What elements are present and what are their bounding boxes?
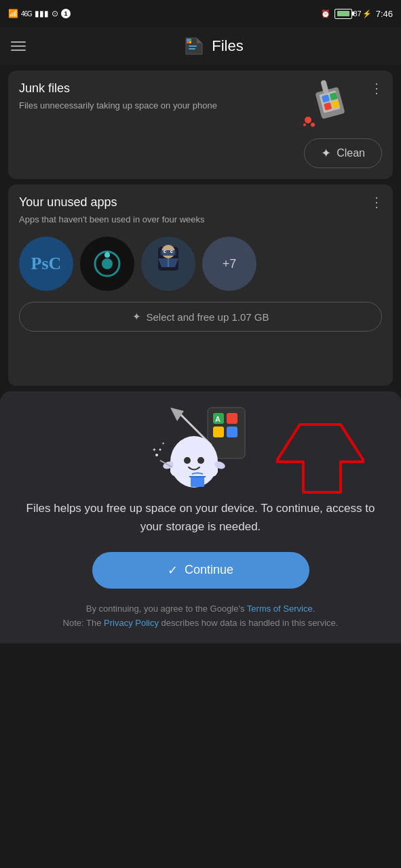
app-title: Files (212, 37, 243, 55)
status-bar: 📶 46G ▮▮▮ ⊙ 1 ⏰ 87 ⚡ 7:46 (0, 0, 401, 27)
svg-point-18 (102, 258, 113, 269)
unused-apps-desc: Apps that haven't been used in over four… (19, 214, 382, 226)
gps-icon: ⊙ (52, 9, 58, 18)
terms-text: By continuing, you agree to the Google's… (16, 602, 385, 631)
svg-point-13 (305, 117, 311, 123)
mascot-area: A (16, 408, 385, 489)
app-icon-game (141, 237, 195, 291)
signal-bars: ▮▮▮ (35, 9, 49, 18)
svg-marker-49 (276, 425, 364, 492)
svg-rect-2 (189, 45, 197, 47)
red-arrow-annotation (276, 421, 364, 496)
junk-more-button[interactable]: ⋮ (370, 80, 383, 96)
mascot-svg: A (133, 401, 269, 489)
unused-more-button[interactable]: ⋮ (370, 194, 383, 210)
app-logo (183, 35, 205, 57)
checkmark-icon: ✓ (168, 563, 178, 578)
svg-rect-35 (227, 427, 237, 437)
svg-text:✦: ✦ (161, 441, 165, 446)
svg-rect-33 (227, 413, 237, 424)
svg-point-40 (197, 457, 204, 464)
svg-text:A: A (215, 415, 221, 423)
svg-point-45 (159, 449, 161, 451)
svg-text:✦: ✦ (152, 447, 157, 453)
privacy-policy-link[interactable]: Privacy Policy (104, 618, 159, 628)
svg-point-39 (184, 457, 191, 464)
notification-badge: 1 (61, 9, 71, 18)
menu-button[interactable] (11, 41, 26, 51)
unused-apps-title: Your unused apps (19, 195, 382, 210)
svg-point-28 (172, 251, 173, 252)
app-title-area: Files (183, 35, 243, 57)
svg-rect-48 (191, 477, 204, 487)
wifi-icon: 📶 (8, 9, 18, 18)
clean-button[interactable]: ✦ Clean (304, 138, 382, 168)
svg-point-14 (311, 123, 315, 127)
terms-of-service-link[interactable]: Terms of Service (247, 604, 313, 614)
app-icon-photoshop: PsC (19, 237, 73, 291)
svg-rect-24 (160, 250, 176, 256)
status-right: ⏰ 87 ⚡ 7:46 (321, 9, 393, 19)
signal-text: 46G (21, 10, 32, 18)
sparkle-icon-2: ✦ (132, 311, 141, 323)
unused-apps-card: Your unused apps Apps that haven't been … (8, 184, 393, 386)
junk-files-card: Junk files Files unnecessarily taking up… (8, 71, 393, 179)
svg-rect-34 (213, 427, 224, 437)
svg-point-15 (303, 123, 306, 126)
app-icons-row: PsC (19, 237, 382, 291)
battery-indicator: 87 ⚡ (335, 9, 371, 19)
status-left: 📶 46G ▮▮▮ ⊙ 1 (8, 9, 71, 18)
app-icon-quasar (80, 237, 134, 291)
svg-rect-3 (189, 48, 195, 50)
continue-button[interactable]: ✓ Continue (92, 552, 309, 589)
svg-point-27 (165, 251, 166, 252)
alarm-icon: ⏰ (321, 9, 330, 18)
svg-point-44 (155, 454, 158, 456)
sparkle-icon: ✦ (321, 146, 331, 161)
select-free-button[interactable]: ✦ Select and free up 1.07 GB (19, 302, 382, 332)
junk-illustration (298, 76, 359, 133)
top-bar: Files (0, 27, 401, 65)
app-icon-more: +7 (202, 237, 256, 291)
permission-overlay: A (0, 391, 401, 644)
clock: 7:46 (376, 9, 393, 19)
overlay-body-text: Files helps you free up space on your de… (16, 500, 385, 536)
